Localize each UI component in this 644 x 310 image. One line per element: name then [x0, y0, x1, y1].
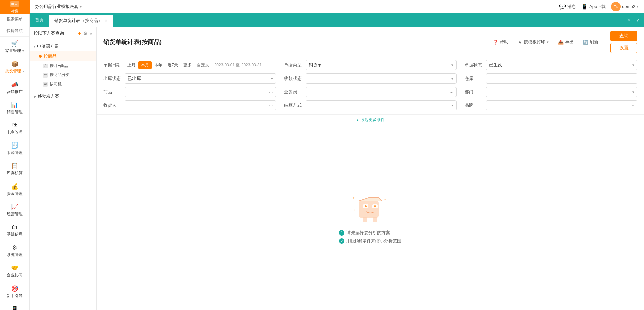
collapse-bar[interactable]: ▲ 收起更多条件 — [97, 115, 644, 125]
svg-point-1 — [11, 3, 14, 5]
sidebar-item-guide[interactable]: 🎯 新手引导 — [0, 281, 29, 302]
sales-icon: 📊 — [1, 101, 28, 109]
tree-section-pc: ▾ 电脑端方案 按商品 月 按月+商品 分 按商品分类 — [30, 40, 96, 90]
tree-sub-item-driver[interactable]: 司 按司机 — [30, 80, 96, 89]
add-scheme-btn[interactable]: + — [78, 30, 81, 36]
query-button[interactable]: 查询 — [610, 31, 637, 41]
sidebar-item-finance[interactable]: 💰 资金管理 — [0, 179, 29, 200]
app-download-label: App下载 — [589, 4, 606, 10]
sidebar-item-basic[interactable]: 🗂 基础信息 — [0, 220, 29, 241]
outstatus-arrow-icon: ▾ — [271, 76, 273, 81]
window-close-btn[interactable]: ✕ — [625, 17, 632, 23]
svg-rect-2 — [15, 3, 19, 3]
window-expand-btn[interactable]: ⤢ — [635, 17, 641, 23]
sidebar-item-sales[interactable]: 📊 销售管理 — [0, 98, 29, 118]
settings-button[interactable]: 设置 — [610, 43, 637, 53]
sidebar-item-collab[interactable]: 🤝 企业协同 — [0, 261, 29, 281]
sidebar-item-marketing[interactable]: 📣 营销推广 — [0, 78, 29, 98]
docstatus-input[interactable]: 已生效 ▾ — [486, 60, 637, 70]
tree-section-mobile: ▶ 移动端方案 — [30, 90, 96, 103]
sidebar-item-ecommerce[interactable]: 🛍 电商管理 — [0, 118, 29, 139]
brand-label: 品牌 — [465, 102, 483, 108]
settle-input[interactable]: ▾ — [306, 100, 457, 110]
svg-text:✦: ✦ — [354, 209, 356, 212]
tab-home[interactable]: 首页 — [30, 13, 49, 27]
dept-arrow-icon: ▾ — [632, 90, 634, 94]
warehouse-input[interactable]: ··· — [486, 73, 637, 84]
docstatus-label: 单据状态 — [465, 62, 483, 68]
tree-arrow-down-icon: ▾ — [34, 44, 36, 49]
date-label: 单据日期 — [103, 62, 122, 68]
empty-tip-2: 2 用[过滤]条件来缩小分析范围 — [339, 238, 401, 244]
left-panel-title: 按以下方案查询 — [34, 30, 64, 36]
sidebar-item-wholesale[interactable]: 📦 批发管理 ▴ — [0, 57, 29, 78]
brand-input[interactable]: ··· — [486, 100, 637, 110]
sidebar-item-retail[interactable]: 🛒 零售管理 ▾ — [0, 37, 29, 57]
sidebar-item-ecommerce-label: 电商管理 — [7, 130, 23, 135]
collectstatus-input[interactable]: ▾ — [306, 73, 457, 84]
date-this-month-btn[interactable]: 本月 — [138, 61, 152, 69]
tree-category-pc[interactable]: ▾ 电脑端方案 — [30, 41, 96, 51]
page-inner: 按以下方案查询 + ⚙ « ▾ 电脑端方案 按商品 — [30, 27, 644, 310]
product-dots-icon: ··· — [269, 89, 273, 95]
tip2-text: 用[过滤]条件来缩小分析范围 — [346, 238, 401, 244]
salesperson-input[interactable]: ··· — [306, 87, 457, 97]
dept-input[interactable]: ▾ — [486, 87, 637, 97]
tab-close-icon[interactable]: ✕ — [104, 18, 108, 23]
export-icon: 📤 — [558, 40, 564, 45]
outstatus-input[interactable]: 已出库 ▾ — [125, 73, 276, 84]
filter-docstatus-field: 单据状态 已生效 ▾ — [465, 60, 637, 70]
page-title-bar: 销货单统计表(按商品) ❓ 帮助 🖨 按模板打印 ▾ 📤 — [97, 27, 644, 56]
sidebar-item-system[interactable]: ⚙ 系统管理 — [0, 241, 29, 261]
refresh-btn[interactable]: 🔄 刷新 — [580, 38, 601, 46]
quick-nav[interactable]: 快捷导航 — [0, 25, 29, 37]
date-more-btn[interactable]: 更多 — [181, 61, 194, 69]
help-btn[interactable]: ❓ 帮助 — [490, 38, 511, 46]
tree-category-mobile[interactable]: ▶ 移动端方案 — [30, 91, 96, 101]
template-print-btn[interactable]: 🖨 按模板打印 ▾ — [515, 38, 551, 46]
date-custom-btn[interactable]: 自定义 — [194, 61, 212, 69]
doctype-input[interactable]: 销货单 ▾ — [306, 60, 457, 70]
export-label: 导出 — [565, 39, 574, 45]
app-download-btn[interactable]: 📱 App下载 — [581, 3, 606, 10]
sidebar-item-inventory[interactable]: 📋 库存核算 — [0, 159, 29, 179]
date-filter: 上月 本月 本年 近7天 更多 自定义 2023-03-01 至 2023-03… — [125, 61, 262, 69]
refresh-icon: 🔄 — [583, 40, 588, 45]
sidebar-item-purchase[interactable]: 🧾 采购管理 — [0, 139, 29, 159]
product-input[interactable]: ··· — [125, 87, 276, 97]
date-7days-btn[interactable]: 近7天 — [165, 61, 181, 69]
sub-icon-category: 分 — [43, 73, 48, 78]
user-menu[interactable]: Ea demo2 ▾ — [611, 2, 639, 11]
product-label: 商品 — [103, 89, 122, 95]
receiver-input[interactable]: ··· — [125, 100, 276, 110]
sidebar-item-collab-label: 企业协同 — [7, 273, 23, 277]
tab-window-controls: ✕ ⤢ — [623, 13, 644, 27]
search-menu[interactable]: 搜索菜单 — [0, 14, 29, 25]
tree-arrow-right-icon: ▶ — [34, 94, 36, 99]
tab-sales-stat[interactable]: 销货单统计表（按商品） ✕ — [49, 15, 113, 27]
sidebar-item-appcenter[interactable]: 📱 应用中心 — [0, 302, 29, 310]
top-header: 办公用品行业模拟账套 ▾ 💬 消息 📱 App下载 Ea demo2 ▾ — [30, 0, 644, 13]
settings-scheme-icon[interactable]: ⚙ — [83, 31, 88, 36]
export-btn[interactable]: 📤 导出 — [555, 38, 576, 46]
sidebar-item-operations[interactable]: 📈 经营管理 — [0, 200, 29, 220]
app-logo[interactable]: 标赢 — [0, 0, 30, 14]
collapse-panel-icon[interactable]: « — [90, 31, 92, 36]
salesperson-dots-icon: ··· — [450, 89, 454, 95]
collapse-up-icon: ▲ — [356, 118, 360, 122]
svg-rect-4 — [359, 201, 379, 218]
sidebar-item-wholesale-label: 批发管理 — [5, 69, 21, 73]
sub-icon-month: 月 — [43, 64, 48, 68]
industry-selector[interactable]: 办公用品行业模拟账套 ▾ — [35, 4, 82, 10]
tree-sub-item-month-product[interactable]: 月 按月+商品 — [30, 61, 96, 70]
date-last-month-btn[interactable]: 上月 — [125, 61, 138, 69]
wholesale-icon: 📦 — [1, 60, 28, 68]
message-btn[interactable]: 💬 消息 — [559, 3, 576, 10]
tree-sub-item-category[interactable]: 分 按商品分类 — [30, 70, 96, 80]
tree-item-product[interactable]: 按商品 — [30, 51, 96, 61]
sidebar-item-purchase-label: 采购管理 — [7, 150, 23, 155]
date-this-year-btn[interactable]: 本年 — [152, 61, 165, 69]
empty-tip-1: 1 请先选择要分析的方案 — [339, 230, 401, 236]
purchase-icon: 🧾 — [1, 142, 28, 149]
empty-tips: 1 请先选择要分析的方案 2 用[过滤]条件来缩小分析范围 — [339, 230, 401, 244]
